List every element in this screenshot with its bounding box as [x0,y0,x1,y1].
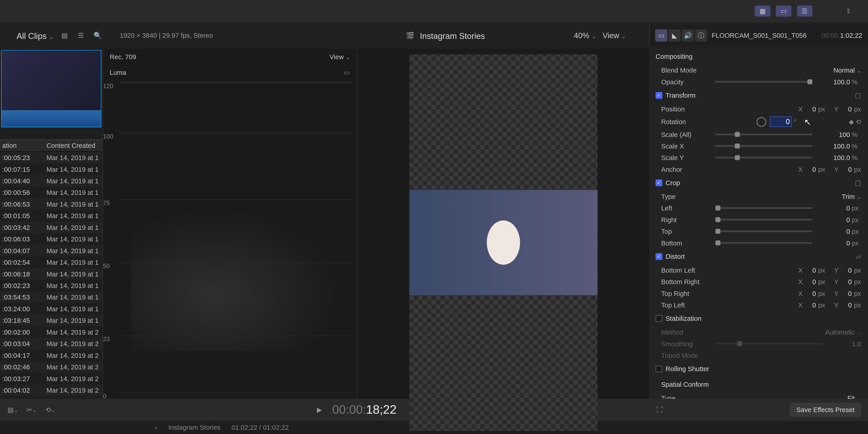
section-crop: Crop [666,179,680,186]
share-icon[interactable]: ⇪ [846,7,851,15]
bl-x[interactable]: 0 [805,266,816,274]
tl-x[interactable]: 0 [805,301,816,309]
scale-all-value[interactable]: 100 [817,130,850,138]
snap-icon[interactable]: ⟲⌄ [44,406,57,414]
clip-row[interactable]: :00:04:40Mar 14, 2019 at 1 [0,175,102,186]
clip-row[interactable]: :03:24:00Mar 14, 2019 at 1 [0,303,102,314]
inspector-timecode: 00:00:1:02;22 [822,32,862,39]
tr-x[interactable]: 0 [805,289,816,297]
scope-view-menu[interactable]: View ⌄ [329,53,350,61]
conform-type-select[interactable]: Fit ⌄ [847,394,861,399]
opacity-value[interactable]: 100.0 [817,78,850,86]
clip-row[interactable]: :00:06:03Mar 14, 2019 at 1 [0,233,102,245]
column-created[interactable]: Content Created [43,142,102,149]
distort-reset-icon[interactable]: ▱ [856,252,861,260]
clip-row[interactable]: :03:54:53Mar 14, 2019 at 1 [0,291,102,303]
fullscreen-icon[interactable]: ⛶ [653,406,666,414]
scale-y-value[interactable]: 100.0 [817,154,850,161]
inspector-tab-color[interactable]: ◣ [669,29,681,41]
rolling-shutter-checkbox[interactable] [656,366,662,372]
inspector-tab-info[interactable]: ⓘ [695,29,707,41]
save-effects-preset-button[interactable]: Save Effects Preset [789,403,861,417]
clip-row[interactable]: :00:00:56Mar 14, 2019 at 1 [0,187,102,198]
crop-left-slider[interactable] [715,207,812,209]
bl-y[interactable]: 0 [841,266,852,274]
stabilization-checkbox[interactable] [656,315,662,322]
label-bottom-right: Bottom Right [661,278,711,285]
clip-row[interactable]: :03:18:45Mar 14, 2019 at 1 [0,315,102,326]
layout-button-1[interactable]: ▦ [755,6,770,17]
list-icon[interactable]: ☰ [75,30,87,41]
layout-button-3[interactable]: ☰ [797,6,813,17]
crop-bottom-slider[interactable] [715,242,812,244]
clip-row[interactable]: :00:02:00Mar 14, 2019 at 2 [0,326,102,338]
clip-row[interactable]: :00:03:42Mar 14, 2019 at 1 [0,221,102,233]
clip-appearance-icon[interactable]: ▤⌄ [6,406,19,414]
smoothing-slider [715,343,824,344]
clip-row[interactable]: :00:03:04Mar 14, 2019 at 2 [0,338,102,349]
clip-row[interactable]: :00:02:23Mar 14, 2019 at 1 [0,280,102,291]
distort-checkbox[interactable] [656,253,662,260]
column-duration[interactable]: ation [0,142,43,149]
clip-thumbnail[interactable] [1,50,101,127]
clip-row[interactable]: :00:02:54Mar 14, 2019 at 1 [0,256,102,268]
scope-settings-icon[interactable]: ▭ [344,69,350,76]
scale-x-slider[interactable] [715,145,812,147]
scope-tick: 100 [103,133,113,140]
crop-right-slider[interactable] [715,219,812,220]
crop-type-select[interactable]: Trim ⌄ [842,192,861,200]
anchor-y[interactable]: 0 [841,165,852,173]
clip-row[interactable]: :00:01:05Mar 14, 2019 at 1 [0,210,102,221]
opacity-slider[interactable] [715,81,812,83]
search-icon[interactable]: 🔍 [92,30,103,41]
clip-row[interactable]: :00:04:07Mar 14, 2019 at 1 [0,245,102,256]
crop-top-slider[interactable] [715,230,812,232]
clip-row[interactable]: :00:06:18Mar 14, 2019 at 1 [0,268,102,280]
playhead-timecode[interactable]: 00:00:18;22 [332,403,397,417]
scale-y-slider[interactable] [715,157,812,158]
clip-row[interactable]: :00:04:17Mar 14, 2019 at 2 [0,349,102,361]
view-menu[interactable]: View ⌄ [602,31,626,40]
crop-bottom-value[interactable]: 0 [817,239,850,247]
crop-right-value[interactable]: 0 [817,216,850,223]
footer-back-icon[interactable]: ‹ [155,424,157,431]
scale-all-slider[interactable] [715,133,812,135]
clip-row[interactable]: :00:05:23Mar 14, 2019 at 1 [0,152,102,163]
rotation-dial[interactable] [757,117,767,127]
br-x[interactable]: 0 [805,278,816,285]
clip-row[interactable]: :00:02:46Mar 14, 2019 at 2 [0,361,102,373]
crop-top-value[interactable]: 0 [817,227,850,235]
clip-row[interactable]: :00:04:02Mar 14, 2019 at 2 [0,384,102,396]
crop-reset-icon[interactable]: ▢ [855,179,861,186]
zoom-level[interactable]: 40% ⌄ [574,31,596,40]
filmstrip-icon[interactable]: ▤ [59,30,70,41]
blend-mode-select[interactable]: Normal ⌄ [833,66,861,74]
transform-reset-icon[interactable]: ▢ [855,91,861,99]
clip-filter[interactable]: All Clips ⌄ [17,31,54,40]
crop-checkbox[interactable] [656,180,662,186]
position-x[interactable]: 0 [805,105,816,113]
tl-y[interactable]: 0 [841,301,852,309]
br-y[interactable]: 0 [841,278,852,285]
transform-checkbox[interactable] [656,92,662,98]
scale-x-value[interactable]: 100.0 [817,142,850,150]
play-icon[interactable]: ▶ [313,406,326,414]
crop-left-value[interactable]: 0 [817,204,850,212]
viewer-frame[interactable] [409,54,597,431]
method-select: Automatic ⌄ [825,328,861,336]
section-transform: Transform [666,91,696,99]
inspector-tab-audio[interactable]: 🔊 [682,29,694,41]
inspector-tab-video[interactable]: ▭ [655,29,667,41]
section-stabilization: Stabilization [666,315,702,322]
clip-row[interactable]: :00:13;17Mar 14, 2019 at 2 [0,396,102,399]
anchor-x[interactable]: 0 [805,165,816,173]
clip-row[interactable]: :00:03:27Mar 14, 2019 at 2 [0,373,102,384]
viewer-image [409,190,597,295]
position-y[interactable]: 0 [841,105,852,113]
clip-row[interactable]: :00:06:53Mar 14, 2019 at 1 [0,198,102,210]
rotation-input[interactable] [770,116,792,127]
clip-row[interactable]: :00:07:15Mar 14, 2019 at 1 [0,163,102,175]
layout-button-2[interactable]: ▭ [776,6,792,17]
tool-icon[interactable]: ✂⌄ [26,406,38,414]
tr-y[interactable]: 0 [841,289,852,297]
